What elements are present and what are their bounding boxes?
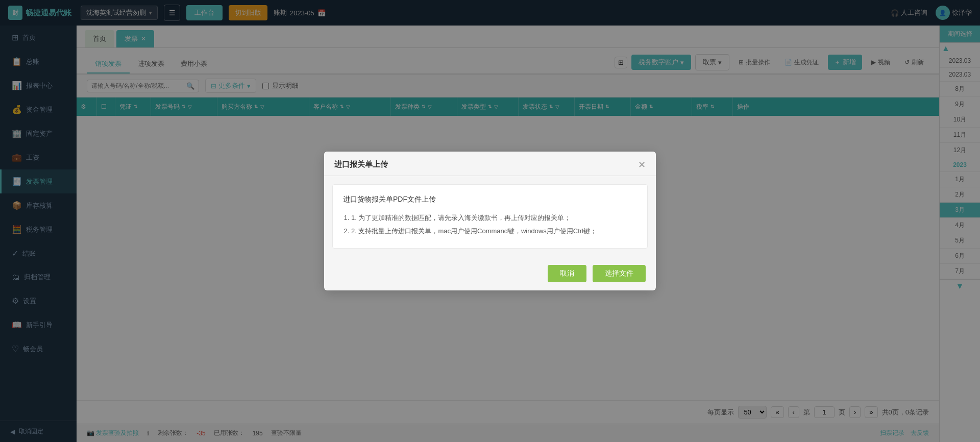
modal-overlay: 进口报关单上传 ✕ 进口货物报关单PDF文件上传 1. 为了更加精准的数据匹配，… <box>0 0 980 442</box>
modal-close-button[interactable]: ✕ <box>638 160 646 169</box>
modal-body-title: 进口货物报关单PDF文件上传 <box>343 195 637 204</box>
modal-select-file-button[interactable]: 选择文件 <box>593 265 646 282</box>
modal-body: 进口货物报关单PDF文件上传 1. 为了更加精准的数据匹配，请先录入海关缴款书，… <box>332 184 648 249</box>
modal-title: 进口报关单上传 <box>334 160 388 169</box>
modal-instruction-1: 1. 为了更加精准的数据匹配，请先录入海关缴款书，再上传对应的报关单； <box>351 211 637 225</box>
modal-dialog: 进口报关单上传 ✕ 进口货物报关单PDF文件上传 1. 为了更加精准的数据匹配，… <box>324 152 656 290</box>
modal-header: 进口报关单上传 ✕ <box>324 152 656 176</box>
modal-footer: 取消 选择文件 <box>324 257 656 290</box>
modal-cancel-button[interactable]: 取消 <box>548 265 586 282</box>
modal-instructions: 1. 为了更加精准的数据匹配，请先录入海关缴款书，再上传对应的报关单； 2. 支… <box>343 211 637 238</box>
modal-instruction-2: 2. 支持批量上传进口报关单，mac用户使用Command键，windows用户… <box>351 225 637 238</box>
